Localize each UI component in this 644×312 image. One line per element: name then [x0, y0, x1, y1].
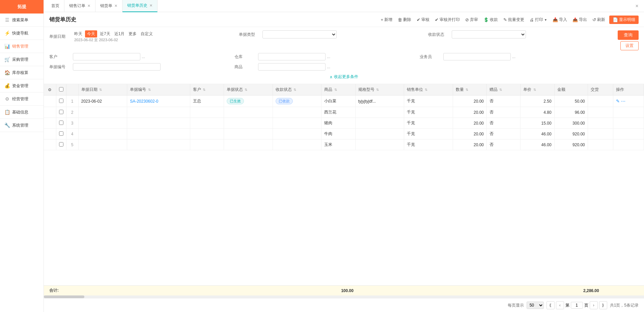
sort-goods-icon[interactable]: ⇅: [334, 88, 337, 92]
sort-gift-icon[interactable]: ⇅: [499, 88, 502, 92]
op-cell[interactable]: [613, 139, 644, 150]
sidebar-item-ops-mgmt[interactable]: ⚙ 经营管理: [0, 93, 44, 106]
tab-sales-order-close[interactable]: ✕: [87, 4, 90, 8]
tab-sales-history-close[interactable]: ✕: [149, 3, 152, 8]
tab-sales-delivery[interactable]: 销货单 ✕: [95, 0, 122, 12]
sort-unit-icon[interactable]: ⇅: [425, 88, 427, 92]
col-qty[interactable]: 数量 ⇅: [453, 84, 486, 96]
sort-spec-icon[interactable]: ⇅: [376, 88, 379, 92]
sort-qty-icon[interactable]: ⇅: [466, 88, 468, 92]
import-button[interactable]: 📥 导入: [551, 16, 568, 24]
col-doc-date[interactable]: 单据日期 ⇅: [78, 84, 127, 96]
sidebar-item-purchase-mgmt[interactable]: 🛒 采购管理: [0, 53, 44, 66]
first-page-button[interactable]: ⟪: [547, 301, 555, 309]
sidebar-item-finance-mgmt[interactable]: 💰 资金管理: [0, 79, 44, 93]
row-checkbox[interactable]: [59, 110, 63, 114]
sort-collect-status-icon[interactable]: ⇅: [293, 88, 296, 92]
op-cell[interactable]: [613, 107, 644, 118]
checkbox-cell[interactable]: [56, 107, 66, 118]
print-button[interactable]: 🖨 打印 ▼: [528, 16, 549, 24]
edit-op-button[interactable]: ✎: [616, 99, 620, 104]
customer-ellipsis[interactable]: ...: [142, 54, 145, 59]
table-container[interactable]: ⚙ 单据日期 ⇅ 单据编号 ⇅ 客户 ⇅: [44, 84, 644, 285]
row-checkbox[interactable]: [59, 142, 63, 147]
date-opt-custom[interactable]: 自定义: [139, 30, 154, 37]
sidebar-item-inventory[interactable]: 🏠 库存核算: [0, 66, 44, 79]
new-button[interactable]: + 新增: [379, 16, 394, 24]
col-unit[interactable]: 销售单位 ⇅: [404, 84, 453, 96]
horizontal-scrollbar[interactable]: [44, 295, 644, 298]
doc-num-cell[interactable]: [127, 129, 190, 139]
doc-type-select[interactable]: [262, 30, 337, 38]
scrollbar-thumb[interactable]: [44, 295, 84, 298]
doc-num-cell[interactable]: SA-20230602-0: [127, 96, 190, 107]
show-detail-button[interactable]: 📄 显示明细: [609, 16, 639, 24]
collect-status-select[interactable]: [452, 30, 526, 38]
col-goods[interactable]: 商品 ⇅: [321, 84, 355, 96]
checkbox-cell[interactable]: [56, 96, 66, 107]
doc-num-link[interactable]: SA-20230602-0: [130, 99, 158, 104]
staff-ellipsis[interactable]: ...: [512, 54, 515, 59]
sidebar-item-basic-info[interactable]: 📋 基础信息: [0, 106, 44, 119]
date-opt-today[interactable]: 今天: [85, 30, 97, 37]
sidebar-item-quick-nav[interactable]: ⚡ 快捷导航: [0, 27, 44, 40]
op-cell[interactable]: [613, 129, 644, 139]
goods-input[interactable]: [258, 63, 326, 71]
date-opt-yesterday[interactable]: 昨天: [73, 30, 84, 37]
col-doc-status[interactable]: 单据状态 ⇅: [224, 84, 273, 96]
abandon-button[interactable]: ⊘ 弃审: [464, 16, 479, 24]
row-checkbox[interactable]: [59, 121, 63, 125]
tab-sales-history[interactable]: 销货单历史 ✕: [122, 0, 158, 12]
col-spec[interactable]: 规格型号 ⇅: [355, 84, 404, 96]
date-opt-7days[interactable]: 近7天: [99, 30, 112, 37]
date-opt-more[interactable]: 更多: [127, 30, 138, 37]
col-customer[interactable]: 客户 ⇅: [190, 84, 224, 96]
doc-num-input[interactable]: [73, 63, 161, 71]
col-doc-num[interactable]: 单据编号 ⇅: [127, 84, 190, 96]
last-page-button[interactable]: ⟫: [599, 301, 607, 309]
col-unit-price[interactable]: 单价 ⇅: [521, 84, 554, 96]
batch-change-button[interactable]: ✎ 批量变更: [502, 16, 526, 24]
refresh-button[interactable]: ↺ 刷新: [591, 16, 607, 24]
col-checkbox[interactable]: [56, 84, 66, 96]
sort-doc-status-icon[interactable]: ⇅: [245, 88, 247, 92]
customer-input[interactable]: [73, 53, 140, 60]
select-all-checkbox[interactable]: [59, 87, 63, 92]
sort-unit-price-icon[interactable]: ⇅: [533, 88, 536, 92]
row-checkbox[interactable]: [59, 131, 63, 136]
audit-button[interactable]: ✔ 审核: [415, 16, 431, 24]
col-settings[interactable]: ⚙: [44, 84, 56, 96]
goods-ellipsis[interactable]: ...: [327, 64, 330, 69]
checkbox-cell[interactable]: [56, 118, 66, 129]
collapse-button[interactable]: ∧ 收起更多条件: [49, 73, 639, 80]
col-collect-status[interactable]: 收款状态 ⇅: [273, 84, 321, 96]
tab-sales-delivery-close[interactable]: ✕: [114, 4, 117, 8]
op-cell[interactable]: [613, 118, 644, 129]
page-size-select[interactable]: 50 100 200: [527, 302, 544, 309]
op-cell[interactable]: ✎⋯: [613, 96, 644, 107]
export-button[interactable]: 📤 导出: [571, 16, 588, 24]
tab-home[interactable]: 首页: [47, 0, 64, 12]
collect-button[interactable]: 💲 收款: [482, 16, 499, 24]
staff-input[interactable]: [443, 53, 511, 60]
col-gift[interactable]: 赠品 ⇅: [487, 84, 521, 96]
next-page-button[interactable]: ›: [590, 301, 598, 309]
checkbox-cell[interactable]: [56, 139, 66, 150]
tab-close-all[interactable]: ✕: [633, 4, 641, 8]
sidebar-item-search-menu[interactable]: ☰ 搜索菜单: [0, 14, 44, 27]
doc-num-cell[interactable]: [127, 118, 190, 129]
doc-num-cell[interactable]: [127, 139, 190, 150]
warehouse-ellipsis[interactable]: ...: [327, 54, 330, 59]
date-opt-1month[interactable]: 近1月: [113, 30, 126, 37]
sort-doc-num-icon[interactable]: ⇅: [148, 88, 151, 92]
sort-doc-date-icon[interactable]: ⇅: [99, 88, 102, 92]
warehouse-input[interactable]: [258, 53, 326, 60]
delete-button[interactable]: 🗑 删除: [396, 16, 413, 24]
prev-page-button[interactable]: ‹: [556, 301, 564, 309]
setting-button[interactable]: 设置: [620, 41, 639, 50]
sort-customer-icon[interactable]: ⇅: [203, 88, 205, 92]
page-input[interactable]: [571, 302, 583, 309]
more-op-button[interactable]: ⋯: [621, 99, 625, 104]
sidebar-item-sys-mgmt[interactable]: 🔧 系统管理: [0, 119, 44, 132]
doc-num-cell[interactable]: [127, 107, 190, 118]
